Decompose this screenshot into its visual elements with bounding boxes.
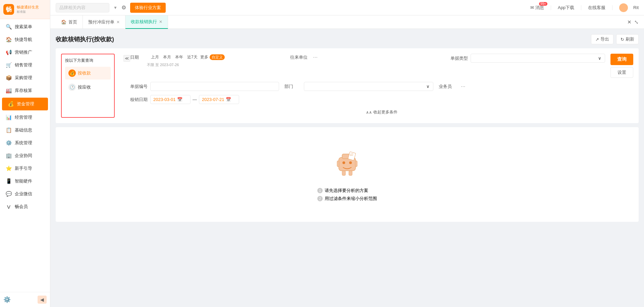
date-tab-7days[interactable]: 近7天: [186, 54, 199, 61]
tab-home-label: 首页: [68, 15, 77, 29]
sidebar-item-operation[interactable]: 📊经营管理: [0, 111, 50, 124]
logo-badge: 标准版: [17, 10, 39, 14]
sidebar-item-funds[interactable]: 💰资金管理: [2, 98, 48, 110]
doc-no-input[interactable]: [150, 82, 279, 91]
staff-input[interactable]: ···: [458, 83, 468, 90]
sidebar-bottom: ⚙️ ◀: [0, 292, 50, 307]
setting-btn[interactable]: 设置: [610, 67, 633, 78]
sidebar-item-enterprise[interactable]: 🏢企业协同: [0, 149, 50, 162]
page-content: 收款核销执行(按收款) ↗ 导出 ↻ 刷新 按以下方案查询 💰 按收款: [50, 29, 644, 307]
svg-rect-7: [349, 171, 352, 175]
empty-hint-2-text: 用过滤条件来缩小分析范围: [325, 196, 377, 202]
chevron-down-icon[interactable]: ▼: [113, 5, 117, 10]
date-tab-this-month[interactable]: 本月: [162, 54, 172, 61]
calendar-start-icon: 📅: [177, 97, 182, 102]
sidebar-item-basic[interactable]: 📋基础信息: [0, 124, 50, 137]
collapse-more-btn[interactable]: ∧∧ 收起更多条件: [130, 107, 633, 118]
empty-hint-2: 2 用过滤条件来缩小分析范围: [317, 196, 377, 202]
divider-3: [612, 5, 612, 10]
sidebar-nav: 🔍搜索菜单🏠快捷导航📢营销推广🛒销售管理📦采购管理🏭库存核算💰资金管理📊经营管理…: [0, 19, 50, 292]
export-btn[interactable]: ↗ 导出: [591, 34, 613, 44]
weixin-icon: 💬: [5, 191, 12, 197]
query-btn[interactable]: 查询: [610, 54, 633, 65]
sidebar-item-marketing[interactable]: 📢营销推广: [0, 46, 50, 59]
query-btn-col: 查询 设置: [610, 54, 633, 78]
svg-point-2: [342, 161, 345, 164]
sidebar-item-search[interactable]: 🔍搜索菜单: [0, 20, 50, 33]
sidebar-item-system[interactable]: ⚙️系统管理: [0, 137, 50, 149]
date-custom-tag[interactable]: 自定义: [210, 54, 225, 60]
sidebar-item-weixin[interactable]: 💬企业微信: [0, 188, 50, 200]
sidebar-item-sales[interactable]: 🛒销售管理: [0, 59, 50, 71]
filter-option-by-receivable[interactable]: 🕐 按应收: [65, 81, 111, 94]
write-off-end-input[interactable]: 2023-07-21 📅: [199, 95, 239, 104]
counterparty-input[interactable]: ···: [310, 54, 320, 61]
date-tabs: 上月 本月 本年 近7天 更多 自定义: [150, 54, 225, 61]
top-header: 品牌相关内容 ▼ ⚙ 体验行业方案 ✉ 消息 99+ App下载 在线客服 Ri…: [50, 0, 644, 15]
empty-illustration: [330, 147, 364, 181]
message-area[interactable]: ✉ 消息 99+: [530, 5, 544, 11]
tab-close-all-btn[interactable]: ✕: [627, 19, 632, 25]
staff-label: 业务员: [439, 84, 455, 90]
filter-collapse-btn[interactable]: ≪: [123, 55, 130, 62]
date-tab-this-year[interactable]: 本年: [174, 54, 184, 61]
tab-actions: ✕ ⤡: [627, 19, 639, 25]
tab-collection-close[interactable]: ✕: [159, 15, 162, 29]
divider-2: [581, 5, 581, 10]
enterprise-icon: 🏢: [5, 153, 12, 159]
counterparty-label: 往来单位: [290, 54, 308, 60]
tab-collection[interactable]: 收款核销执行 ✕: [125, 15, 168, 29]
date-tab-last-month[interactable]: 上月: [150, 54, 160, 61]
dept-chevron: ∨: [426, 84, 430, 89]
brand-input[interactable]: 品牌相关内容: [56, 3, 109, 12]
doc-type-label: 单据类型: [450, 55, 468, 61]
solution-btn[interactable]: 体验行业方案: [130, 3, 166, 13]
dept-label: 部门: [284, 84, 301, 90]
write-off-end-value: 2023-07-21: [202, 97, 224, 102]
empty-state: 1 请先选择要分析的方案 2 用过滤条件来缩小分析范围: [56, 127, 639, 222]
receivable-option-label: 按应收: [78, 84, 91, 90]
refresh-btn[interactable]: ↻ 刷新: [616, 34, 639, 44]
hardware-icon: 📱: [5, 178, 12, 184]
sidebar-item-purchase[interactable]: 📦采购管理: [0, 71, 50, 84]
collapse-sidebar-icon[interactable]: ◀: [38, 296, 47, 304]
collapse-icon: ∧∧: [366, 110, 372, 115]
sidebar-item-hardware[interactable]: 📱智能硬件: [0, 175, 50, 188]
receivable-option-icon: 🕐: [68, 84, 76, 91]
sidebar-item-quick-nav[interactable]: 🏠快捷导航: [0, 33, 50, 46]
doc-type-chevron: ∨: [598, 56, 601, 61]
dept-select[interactable]: ∨: [304, 82, 433, 91]
filter-container: 按以下方案查询 💰 按收款 🕐 按应收 ≪ 日期: [56, 48, 639, 123]
svg-rect-6: [342, 171, 345, 175]
divider-1: [551, 5, 551, 10]
write-off-start-input[interactable]: 2023-03-01 📅: [150, 95, 191, 104]
settings-gear-icon[interactable]: ⚙: [121, 4, 126, 11]
empty-hint-1-text: 请先选择要分析的方案: [325, 188, 368, 194]
user-name[interactable]: Rit: [633, 5, 639, 10]
sidebar-item-guide[interactable]: ⭐新手引导: [0, 162, 50, 175]
search-icon: 🔍: [5, 24, 12, 30]
sidebar-item-member[interactable]: V畅会员: [0, 200, 50, 213]
doc-type-select[interactable]: ∨: [471, 54, 605, 63]
message-count-badge: 99+: [539, 2, 547, 6]
svg-rect-4: [337, 161, 339, 167]
user-avatar[interactable]: [619, 3, 628, 12]
page-header: 收款核销执行(按收款) ↗ 导出 ↻ 刷新: [56, 34, 639, 44]
tab-bar: 🏠 首页 预付冲应付单 ✕ 收款核销执行 ✕ ✕ ⤡: [50, 15, 644, 29]
date-tab-more[interactable]: 更多: [200, 54, 208, 60]
logo-name: 畅捷通好生意: [17, 5, 39, 9]
settings-icon[interactable]: ⚙️: [3, 296, 11, 303]
header-left: 品牌相关内容 ▼ ⚙ 体验行业方案: [56, 3, 166, 13]
app-logo: 畅 畅捷通好生意 标准版: [0, 0, 50, 19]
refresh-icon: ↻: [621, 37, 624, 42]
sidebar-item-inventory[interactable]: 🏭库存核算: [0, 84, 50, 97]
tab-prepay-close[interactable]: ✕: [116, 15, 120, 29]
customer-service-link[interactable]: 在线客服: [588, 5, 605, 11]
tab-prepay[interactable]: 预付冲应付单 ✕: [83, 15, 125, 29]
filter-option-by-receipt[interactable]: 💰 按收款: [65, 67, 111, 80]
purchase-icon: 📦: [5, 75, 12, 81]
tab-expand-btn[interactable]: ⤡: [634, 19, 639, 25]
tab-home[interactable]: 🏠 首页: [56, 15, 83, 29]
app-download-link[interactable]: App下载: [558, 5, 574, 11]
write-off-date-range: 2023-03-01 📅 — 2023-07-21 📅: [150, 95, 239, 104]
